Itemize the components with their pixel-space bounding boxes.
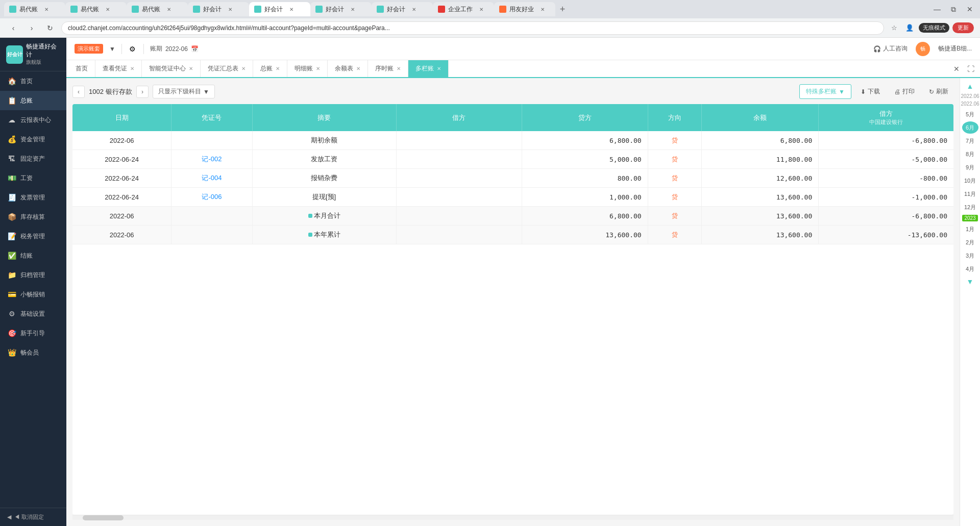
sidebar-item-tax[interactable]: 📝 税务管理 xyxy=(0,227,66,246)
sidebar-item-salary[interactable]: 💵 工资 xyxy=(0,168,66,188)
download-button[interactable]: ⬇ 下载 xyxy=(855,85,885,98)
incognito-mode-button[interactable]: 无痕模式 xyxy=(919,23,949,33)
month-jun[interactable]: 6月 xyxy=(962,121,978,134)
tab-close-all-button[interactable]: ✕ xyxy=(949,62,964,76)
browser-tab-3[interactable]: 易代账 ✕ xyxy=(127,2,188,16)
back-button[interactable]: ‹ xyxy=(6,21,20,35)
calendar-icon[interactable]: 📅 xyxy=(191,45,199,53)
sidebar-item-close-account[interactable]: ✅ 结账 xyxy=(0,246,66,265)
tab-expand-button[interactable]: ⛶ xyxy=(964,62,978,76)
print-label: 打印 xyxy=(902,87,915,96)
month-dec[interactable]: 12月 xyxy=(962,201,978,213)
table-wrapper[interactable]: 日期 凭证号 摘要 借方 xyxy=(72,104,953,515)
sidebar-item-fixed-asset[interactable]: 🏗 固定资产 xyxy=(0,149,66,168)
tab-view-voucher[interactable]: 查看凭证 ✕ xyxy=(95,60,142,77)
sidebar-item-guide[interactable]: 🎯 新手引导 xyxy=(0,323,66,343)
browser-tab-6[interactable]: 好会计 ✕ xyxy=(310,2,372,16)
tab-close-4[interactable]: ✕ xyxy=(227,6,234,13)
next-account-button[interactable]: › xyxy=(136,86,149,98)
tab-multi-column[interactable]: 多栏账 ✕ xyxy=(408,60,449,77)
demo-badge[interactable]: 演示账套 xyxy=(75,44,103,54)
sidebar-item-inventory[interactable]: 📦 库存核算 xyxy=(0,207,66,227)
sidebar-unpin-button[interactable]: ◀ ◀ 取消固定 xyxy=(0,508,66,526)
demo-dropdown[interactable]: ▼ xyxy=(109,45,115,53)
consult-button[interactable]: 🎧 人工咨询 xyxy=(873,44,908,53)
bookmark-icon[interactable]: ☆ xyxy=(888,22,900,34)
tab-close-6[interactable]: ✕ xyxy=(349,6,356,13)
tab-balance[interactable]: 余额表 ✕ xyxy=(328,60,368,77)
sidebar-item-archive[interactable]: 📁 归档管理 xyxy=(0,265,66,285)
scroll-thumb[interactable] xyxy=(83,515,124,520)
tab-smart-voucher[interactable]: 智能凭证中心 ✕ xyxy=(142,60,201,77)
tab-close-icon[interactable]: ✕ xyxy=(437,66,441,71)
tab-voucher-summary[interactable]: 凭证汇总表 ✕ xyxy=(201,60,253,77)
minimize-btn[interactable]: — xyxy=(931,3,943,15)
tab-close-9[interactable]: ✕ xyxy=(539,6,546,13)
sidebar-item-ledger[interactable]: 📋 总账 xyxy=(0,91,66,110)
month-oct[interactable]: 10月 xyxy=(962,174,978,187)
month-jul[interactable]: 7月 xyxy=(962,135,978,147)
scroll-down-button[interactable]: ▼ xyxy=(964,275,976,288)
special-multi-button[interactable]: 特殊多栏账 ▼ xyxy=(799,84,851,99)
voucher-link[interactable]: 记-006 xyxy=(202,193,222,201)
tab-general-ledger[interactable]: 总账 ✕ xyxy=(253,60,287,77)
tab-close-icon[interactable]: ✕ xyxy=(397,66,401,71)
tab-close-icon[interactable]: ✕ xyxy=(356,66,360,71)
restore-btn[interactable]: ⧉ xyxy=(947,3,960,15)
tab-close-8[interactable]: ✕ xyxy=(478,6,485,13)
user-avatar[interactable]: 畅 xyxy=(916,42,930,56)
browser-tab-8[interactable]: 企业工作 ✕ xyxy=(433,2,494,16)
month-feb[interactable]: 2月 xyxy=(962,236,978,248)
month-jan[interactable]: 1月 xyxy=(962,223,978,235)
settings-gear-icon[interactable]: ⚙ xyxy=(128,44,137,54)
sidebar-item-home[interactable]: 🏠 首页 xyxy=(0,71,66,91)
browser-tab-4[interactable]: 好会计 ✕ xyxy=(188,2,249,16)
browser-tab-1[interactable]: 易代账 ✕ xyxy=(4,2,65,16)
voucher-link[interactable]: 记-004 xyxy=(202,174,222,182)
browser-tab-5[interactable]: 好会计 ✕ xyxy=(249,2,310,16)
tab-close-icon[interactable]: ✕ xyxy=(189,66,193,71)
scroll-up-button[interactable]: ▲ xyxy=(964,80,976,92)
tab-close-2[interactable]: ✕ xyxy=(104,6,111,13)
new-tab-button[interactable]: + xyxy=(555,2,570,16)
forward-button[interactable]: › xyxy=(24,21,39,35)
address-input[interactable] xyxy=(61,21,884,35)
tab-close-1[interactable]: ✕ xyxy=(43,6,50,13)
tab-close-3[interactable]: ✕ xyxy=(165,6,173,13)
tab-detail-ledger[interactable]: 明细账 ✕ xyxy=(287,60,328,77)
account-selector[interactable]: 1002 银行存款 xyxy=(89,87,132,96)
refresh-button[interactable]: ↻ 刷新 xyxy=(924,85,953,98)
prev-account-button[interactable]: ‹ xyxy=(72,86,85,98)
print-button[interactable]: 🖨 打印 xyxy=(889,85,920,98)
month-sep[interactable]: 9月 xyxy=(962,161,978,173)
close-btn[interactable]: ✕ xyxy=(964,3,976,15)
tab-home[interactable]: 首页 xyxy=(68,60,95,77)
month-nov[interactable]: 11月 xyxy=(962,188,978,200)
month-may[interactable]: 5月 xyxy=(962,108,978,120)
sidebar-item-cloud-report[interactable]: ☁ 云报表中心 xyxy=(0,110,66,130)
browser-tab-2[interactable]: 易代账 ✕ xyxy=(65,2,127,16)
tab-close-7[interactable]: ✕ xyxy=(410,6,418,13)
user-profile-icon[interactable]: 👤 xyxy=(903,22,916,34)
tab-close-5[interactable]: ✕ xyxy=(288,6,295,13)
sidebar-item-member[interactable]: 👑 畅会员 xyxy=(0,343,66,362)
sidebar-item-invoice[interactable]: 🧾 发票管理 xyxy=(0,188,66,207)
voucher-link[interactable]: 记-002 xyxy=(202,155,222,163)
tab-close-icon[interactable]: ✕ xyxy=(241,66,246,71)
tab-close-icon[interactable]: ✕ xyxy=(130,66,134,71)
tab-journal[interactable]: 序时账 ✕ xyxy=(368,60,408,77)
sidebar-item-settings[interactable]: ⚙ 基础设置 xyxy=(0,304,66,323)
tab-close-icon[interactable]: ✕ xyxy=(276,66,280,71)
sidebar-item-fund[interactable]: 💰 资金管理 xyxy=(0,130,66,149)
sidebar-item-expense[interactable]: 💳 小畅报销 xyxy=(0,285,66,304)
browser-tab-7[interactable]: 好会计 ✕ xyxy=(372,2,433,16)
reload-button[interactable]: ↻ xyxy=(43,21,57,35)
browser-tab-9[interactable]: 用友好业 ✕ xyxy=(494,2,555,16)
horizontal-scrollbar[interactable] xyxy=(72,515,953,520)
month-mar[interactable]: 3月 xyxy=(962,249,978,262)
update-button[interactable]: 更新 xyxy=(952,22,974,33)
month-aug[interactable]: 8月 xyxy=(962,148,978,160)
filter-dropdown[interactable]: 只显示下级科目 ▼ xyxy=(153,85,215,98)
tab-close-icon[interactable]: ✕ xyxy=(316,66,320,71)
month-apr[interactable]: 4月 xyxy=(962,263,978,275)
